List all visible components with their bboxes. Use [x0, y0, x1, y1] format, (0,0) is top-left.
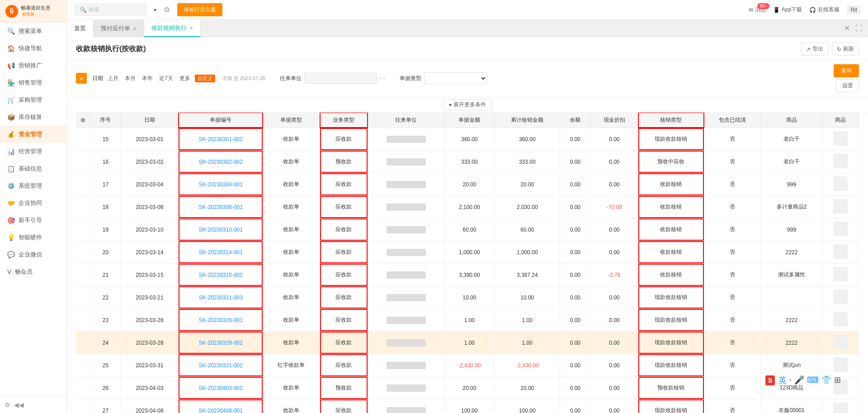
bill-type-select[interactable] [424, 72, 487, 84]
sidebar-item-corp[interactable]: 🤝 企业协同 [0, 195, 66, 212]
bill-no-link-3[interactable]: SK-20230308-001 [199, 204, 243, 210]
sidebar-item-hardware[interactable]: 💡 智能硬件 [0, 229, 66, 246]
refresh-button[interactable]: ↻ 刷新 [832, 43, 859, 56]
table-row: 15 2023-03-01 SK-20230301-002 收款单 应收款 ██… [76, 128, 859, 151]
sidebar-item-system[interactable]: ⚙️ 系统管理 [0, 177, 66, 195]
export-button[interactable]: ↗ 导出 [801, 43, 828, 56]
cell-cumulative-6: 3,387.24 [495, 264, 560, 286]
cell-no-10: 25 [90, 354, 121, 377]
th-settings[interactable]: ⚙ [76, 113, 90, 128]
sidebar-item-basic[interactable]: 📋 基础信息 [0, 160, 66, 177]
date-this-month[interactable]: 本月 [123, 74, 137, 83]
bill-no-link-6[interactable]: SK-20230315-002 [199, 272, 243, 278]
tab-close-prepay[interactable]: ✕ [133, 26, 137, 31]
tab-prepay[interactable]: 预付应付单✕ [94, 20, 144, 37]
tab-close-collection[interactable]: ✕ [189, 26, 193, 31]
topbar-gear-icon[interactable]: ⚙ [164, 5, 170, 14]
cell-amount-11: 20.00 [444, 377, 495, 399]
sidebar-item-finance[interactable]: 💰 资金管理 [0, 126, 66, 143]
bill-no-link-11[interactable]: SK-20230403-002 [199, 385, 243, 391]
bill-no-link-4[interactable]: SK-20230310-001 [199, 227, 243, 233]
collapse-icon[interactable]: ◀◀ [14, 401, 24, 408]
sidebar-item-guide[interactable]: 🎯 新手引导 [0, 212, 66, 229]
settings-bottom-icon[interactable]: ⚙ [5, 401, 10, 408]
online-service-button[interactable]: 🎧 在线客服 [809, 6, 840, 14]
sidebar-item-sales[interactable]: 🏪 销售管理 [0, 74, 66, 91]
topbar-search-box[interactable]: 🔍 搜索 [74, 4, 146, 16]
table-row: 18 2023-03-08 SK-20230308-001 收款单 应收款 ██… [76, 196, 859, 218]
bill-no-link-5[interactable]: SK-20230314-001 [199, 249, 243, 256]
date-last-month[interactable]: 上月 [106, 74, 120, 83]
user-info[interactable]: Rit [847, 5, 861, 14]
sidebar-item-inventory[interactable]: 📦 库存核算 [0, 109, 66, 126]
date-this-year[interactable]: 本年 [140, 74, 155, 83]
close-tab-icon[interactable]: ✕ [842, 22, 852, 34]
cell-cumulative-11: 20.00 [495, 377, 560, 399]
sidebar-item-wechat[interactable]: 💬 企业微信 [0, 246, 66, 263]
bill-no-link-1[interactable]: SK-20230302-002 [199, 159, 243, 165]
cell-biz-type-3: 应收款 [320, 196, 368, 218]
cell-cash-discount-7: 0.00 [590, 286, 638, 309]
table-header-row: ⚙ 序号 日期 单据编号 单据类型 业务类型 往来单位 单据 [76, 113, 859, 128]
date-more[interactable]: 更多 [178, 74, 192, 83]
bill-no-link-2[interactable]: SK-20230304-001 [199, 181, 243, 188]
message-button[interactable]: ✉ 消息 99+ [749, 6, 766, 14]
maximize-icon[interactable]: ⛶ [854, 23, 864, 34]
cell-write-off-type-0: 现款收款核销 [638, 128, 704, 151]
topbar-dropdown[interactable]: ▾ [154, 7, 156, 13]
solution-button[interactable]: 体验行业方案 [177, 3, 222, 16]
cell-goods-4: 999 [761, 218, 823, 241]
cell-bill-type-11: 收款单 [263, 377, 320, 399]
cell-biz-type-6: 应收款 [320, 264, 368, 286]
app-download-button[interactable]: 📱 App下载 [773, 6, 802, 14]
th-biz-type: 业务类型 [320, 113, 368, 128]
cell-bill-type-2: 收款单 [263, 173, 320, 196]
bill-no-link-12[interactable]: SK-20230408-001 [199, 408, 243, 413]
watermark-logo: S [765, 375, 775, 385]
sidebar-item-member[interactable]: V 畅会员 [0, 263, 66, 280]
date-custom-label[interactable]: 自定义 [195, 75, 215, 82]
cell-balance-4: 0.00 [560, 218, 590, 241]
counterpart-label: 往来单位 [280, 75, 302, 82]
date-7days[interactable]: 近7天 [157, 74, 175, 83]
th-counterpart: 往来单位 [368, 113, 444, 128]
bill-no-link-10[interactable]: SK-20230331-002 [199, 362, 243, 369]
cell-counterpart-4: ██████ [368, 218, 444, 241]
filter-settings-button[interactable]: 设置 [836, 79, 859, 92]
bill-no-link-9[interactable]: SK-20230328-002 [199, 340, 243, 346]
sidebar-item-quicknav[interactable]: 🏠 快捷导航 [0, 40, 66, 57]
query-button[interactable]: 查询 [834, 64, 859, 77]
cell-settings-8 [76, 309, 90, 332]
app-title: 畅康道好生意 [21, 5, 51, 11]
cell-cash-discount-6: -2.76 [590, 264, 638, 286]
cell-cash-discount-10: 0.00 [590, 354, 638, 377]
cell-cash-discount-12: 0.00 [590, 399, 638, 413]
cell-biz-type-8: 应收款 [320, 309, 368, 332]
sidebar-item-search[interactable]: 🔍 搜索菜单 [0, 23, 66, 40]
tab-collection[interactable]: 收款核销执行✕ [144, 20, 201, 37]
th-goods: 商品 [761, 113, 823, 128]
bill-no-link-0[interactable]: SK-20230301-002 [199, 136, 243, 142]
sidebar-item-marketing[interactable]: 📢 营销推广 [0, 57, 66, 74]
bill-no-link-8[interactable]: SK-20230328-001 [199, 317, 243, 323]
sidebar-label-system: 系统管理 [19, 182, 42, 190]
cell-balance-2: 0.00 [560, 173, 590, 196]
filter-more-dots[interactable]: ··· [379, 74, 385, 82]
cell-date-2: 2023-03-04 [121, 173, 179, 196]
sidebar-item-operation[interactable]: 📊 经营管理 [0, 143, 66, 160]
sidebar-label-sales: 销售管理 [19, 79, 42, 87]
sidebar-item-purchase[interactable]: 🛒 采购管理 [0, 91, 66, 109]
search-placeholder: 搜索 [89, 6, 99, 14]
cell-balance-5: 0.00 [560, 241, 590, 264]
cell-settings-3 [76, 196, 90, 218]
cell-bill-type-1: 收款单 [263, 151, 320, 173]
table-row: 25 2023-03-31 SK-20230331-002 红字收款单 应收款 … [76, 354, 859, 377]
cell-balance-7: 0.00 [560, 286, 590, 309]
filter-expand-button[interactable]: » [76, 73, 87, 84]
table-row: 23 2023-03-28 SK-20230328-001 收款单 应收款 ██… [76, 309, 859, 332]
counterpart-input[interactable] [304, 73, 377, 84]
tab-home[interactable]: 首页 [67, 20, 94, 37]
cell-balance-8: 0.00 [560, 309, 590, 332]
bill-no-link-7[interactable]: SK-20230321-003 [199, 294, 243, 301]
expand-more-button[interactable]: ▾ 展开更多条件 [443, 99, 492, 110]
